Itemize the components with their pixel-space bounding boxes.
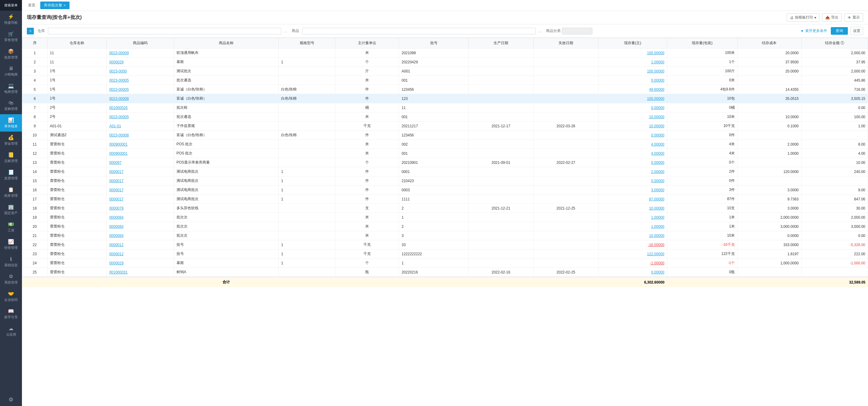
sidebar-item-payroll[interactable]: 💵 工资 bbox=[0, 218, 22, 236]
cell-qty-main[interactable]: 1.00000 bbox=[598, 213, 667, 222]
cell-spec bbox=[279, 268, 335, 277]
cell-qty-main[interactable]: -16.00000 bbox=[598, 240, 667, 249]
sidebar-item-sys[interactable]: ⚙ 系统管理 bbox=[0, 270, 22, 288]
cell-warehouse: 1号 bbox=[47, 94, 107, 103]
cell-qty-main[interactable]: 1.00000 bbox=[598, 58, 667, 67]
cell-code[interactable]: 0000017 bbox=[107, 176, 174, 185]
cell-qty-main[interactable]: 10.00000 bbox=[598, 122, 667, 131]
cell-qty-main[interactable]: 0.00000 bbox=[598, 103, 667, 112]
cell-cost: 20.0000 bbox=[738, 48, 801, 58]
table-container[interactable]: 序 仓库名称 商品编码 商品名称 规格型号 主计量单位 批号 生产日期 失效日期… bbox=[22, 38, 868, 406]
cell-code[interactable]: 0000029 bbox=[107, 58, 174, 67]
cell-code[interactable]: 0000078 bbox=[107, 204, 174, 213]
cell-code[interactable]: 0023-00008 bbox=[107, 94, 174, 103]
cell-code[interactable]: 0023-00009 bbox=[107, 48, 174, 58]
sidebar-item-ecom[interactable]: 💻 电商管理 bbox=[0, 80, 22, 97]
display-button[interactable]: 👁 显示 bbox=[844, 13, 863, 22]
sidebar-item-inventory[interactable]: 📊 库存核算 bbox=[0, 114, 22, 132]
expand-more-button[interactable]: ▼ 展开更多条件 bbox=[800, 28, 827, 34]
general-icon: 📒 bbox=[8, 152, 14, 158]
search-button[interactable]: 查询 bbox=[831, 27, 848, 35]
sidebar-item-quick-nav[interactable]: ⚡ 快捷导航 bbox=[0, 11, 22, 28]
cell-qty-main[interactable]: 0.00000 bbox=[598, 268, 667, 277]
sidebar-item-collab[interactable]: 🤝 企业协同 bbox=[0, 288, 22, 305]
cell-code[interactable]: 0000029 bbox=[107, 259, 174, 268]
cell-code[interactable]: 0023-0000 bbox=[107, 67, 174, 76]
tab-close-icon[interactable]: ✕ bbox=[63, 4, 66, 7]
cell-code[interactable]: A01-01 bbox=[107, 122, 174, 131]
cell-amount: 847.06 bbox=[801, 195, 868, 204]
sidebar-logo[interactable]: 搜索菜单 bbox=[0, 0, 22, 11]
cell-code[interactable]: 0023-00008 bbox=[107, 131, 174, 140]
cell-qty-main[interactable]: 2.00000 bbox=[598, 167, 667, 176]
cell-qty-main[interactable]: 10.00000 bbox=[598, 231, 667, 240]
cell-qty-main[interactable]: 100.00000 bbox=[598, 48, 667, 58]
filter-settings-button[interactable]: 设置 bbox=[850, 27, 863, 35]
cell-batch: 002 bbox=[399, 140, 469, 149]
cell-code[interactable]: 000097 bbox=[107, 158, 174, 167]
header-actions: 🖨 按模板打印 ▾ 📤 导出 👁 显示 bbox=[786, 13, 863, 22]
sidebar-item-mini-ecom[interactable]: 🖥 小蜡电商 bbox=[0, 63, 22, 80]
cell-qty-main[interactable]: 0.00000 bbox=[598, 158, 667, 167]
filter-toggle-button[interactable]: > bbox=[27, 28, 34, 34]
sidebar-item-purchase[interactable]: 🛍 采购管理 bbox=[0, 97, 22, 114]
cell-qty-main[interactable]: 122.00000 bbox=[598, 249, 667, 259]
cell-qty-main[interactable]: 87.00000 bbox=[598, 195, 667, 204]
cell-code[interactable]: 000900001 bbox=[107, 149, 174, 158]
cell-code[interactable]: 0000084 bbox=[107, 222, 174, 231]
table-row: 18蕾蕾粉仓0000078多头异色软线支22021-12-212021-12-2… bbox=[22, 204, 868, 213]
cell-code[interactable]: 0000012 bbox=[107, 240, 174, 249]
goods-input[interactable] bbox=[302, 28, 536, 34]
cell-code[interactable]: 0000084 bbox=[107, 213, 174, 222]
print-button[interactable]: 🖨 按模板打印 ▾ bbox=[786, 13, 819, 22]
cell-qty-main[interactable]: 10.00000 bbox=[598, 112, 667, 122]
cell-code[interactable]: 0000084 bbox=[107, 231, 174, 240]
cell-qty-main[interactable]: 0.00000 bbox=[598, 131, 667, 140]
cell-code[interactable]: 000900001 bbox=[107, 140, 174, 149]
cell-qty-main[interactable]: 4.00000 bbox=[598, 149, 667, 158]
cell-qty-main[interactable]: 49.60000 bbox=[598, 85, 667, 94]
cell-qty-main[interactable]: 100.00000 bbox=[598, 94, 667, 103]
cell-code[interactable]: 0000012 bbox=[107, 249, 174, 259]
cell-code[interactable]: 0000017 bbox=[107, 195, 174, 204]
sidebar-item-wholesale[interactable]: 📦 批发管理 bbox=[0, 45, 22, 63]
cell-code[interactable]: 0023-00005 bbox=[107, 112, 174, 122]
cell-qty-main[interactable]: -1.00000 bbox=[598, 259, 667, 268]
sidebar-item-guide[interactable]: 📖 新手引导 bbox=[0, 305, 22, 323]
cell-qty-main[interactable]: 3.00000 bbox=[598, 185, 667, 195]
cell-code[interactable]: 0023-00005 bbox=[107, 85, 174, 94]
cell-code[interactable]: 0000017 bbox=[107, 167, 174, 176]
cell-batch: 1 bbox=[399, 259, 469, 268]
cell-qty-main[interactable]: 0.00000 bbox=[598, 76, 667, 85]
cell-code[interactable]: 0000017 bbox=[107, 185, 174, 195]
tab-home[interactable]: 首页 bbox=[24, 2, 39, 9]
cell-unit: 米 bbox=[335, 76, 399, 85]
cell-code[interactable]: 0023-00005 bbox=[107, 76, 174, 85]
tab-inventory-batch[interactable]: 库存批次量 ✕ bbox=[40, 2, 69, 9]
export-button[interactable]: 📤 导出 bbox=[822, 13, 842, 22]
cell-cost: 1.8197 bbox=[738, 249, 801, 259]
cell-code[interactable]: 001000026 bbox=[107, 103, 174, 112]
table-row: 21蕾蕾粉仓0000084批次次米310.0000010米0.00000.00 bbox=[22, 231, 868, 240]
cell-qty-main[interactable]: 1.00000 bbox=[598, 222, 667, 231]
sidebar-item-retail[interactable]: 🛒 零售管理 bbox=[0, 28, 22, 45]
sidebar-item-tax[interactable]: 📋 税务管理 bbox=[0, 184, 22, 201]
warehouse-input[interactable] bbox=[48, 28, 281, 34]
cell-qty-main[interactable]: 10.00000 bbox=[598, 204, 667, 213]
sidebar-item-ops[interactable]: 📈 经营管理 bbox=[0, 236, 22, 253]
sidebar-item-finance[interactable]: 💰 资金管理 bbox=[0, 132, 22, 149]
table-row: 15蕾蕾粉仓0000017测试电商批次1件2104230.000000件 bbox=[22, 176, 868, 185]
cell-name: POS显示率泰库商量 bbox=[174, 158, 278, 167]
cell-qty-main[interactable]: 100.00000 bbox=[598, 67, 667, 76]
sidebar-item-basic-info[interactable]: ℹ 基础信息 bbox=[0, 253, 22, 270]
cell-qty-main[interactable]: 4.00000 bbox=[598, 140, 667, 149]
settings-gear-icon[interactable]: ⚙ bbox=[0, 393, 22, 406]
sidebar-item-fixed-assets[interactable]: 🏢 固定资产 bbox=[0, 201, 22, 218]
cell-seq: 2 bbox=[22, 58, 48, 67]
cell-code[interactable]: 001000031 bbox=[107, 268, 174, 277]
sidebar-item-invoice[interactable]: 🧾 发票管理 bbox=[0, 166, 22, 184]
sidebar-item-cloud[interactable]: ☁ 云应用 bbox=[0, 323, 22, 340]
sidebar-item-general[interactable]: 📒 总账管理 bbox=[0, 149, 22, 166]
category-select[interactable] bbox=[562, 28, 592, 34]
cell-qty-main[interactable]: 0.00000 bbox=[598, 176, 667, 185]
